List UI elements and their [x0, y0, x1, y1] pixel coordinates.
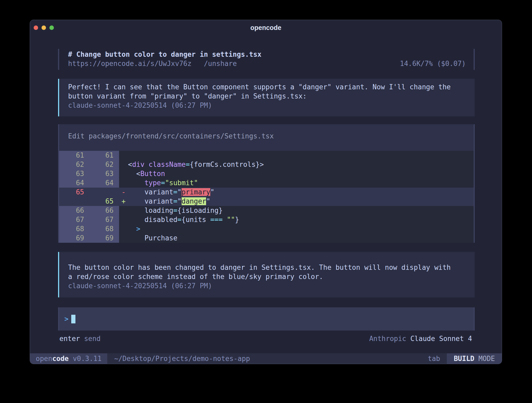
- key-action: send: [80, 335, 100, 343]
- diff-old-line-number: 65: [59, 188, 84, 197]
- diff-code-line: <Button: [128, 169, 474, 178]
- gutter-spacer: [114, 197, 119, 206]
- diff-code-line: disabled={units === ""}: [128, 215, 474, 224]
- diff-code-line: >: [128, 224, 474, 234]
- hint-bar: enter send Anthropic Claude Sonnet 4: [58, 334, 475, 343]
- diff-new-line-number: 65: [84, 197, 114, 206]
- gap: [192, 59, 204, 68]
- diff-new-line-number: 64: [84, 178, 114, 188]
- diff-row: 6969 Purchase: [59, 234, 474, 243]
- message-text-line: a red/rose color scheme instead of the b…: [68, 272, 467, 281]
- window-title: opencode: [30, 24, 502, 32]
- session-title: # Change button color to danger in setti…: [68, 50, 466, 59]
- diff-marker: [119, 224, 128, 234]
- diff-code-line: Purchase: [128, 234, 474, 243]
- message-text-line: button variant from "primary" to "danger…: [68, 92, 467, 101]
- gutter-spacer: [114, 151, 119, 160]
- gutter-spacer: [114, 188, 119, 197]
- diff-new-line-number: 67: [84, 215, 114, 224]
- diff-marker: [119, 206, 128, 215]
- token-stats: 14.6K/7% ($0.07): [400, 59, 466, 68]
- edit-action-label: Edit: [68, 132, 89, 140]
- diff-old-line-number: [59, 197, 84, 206]
- edit-tool-block: Edit packages/frontend/src/containers/Se…: [58, 124, 475, 243]
- assistant-message-1: Perfect! I can see that the Button compo…: [58, 79, 475, 116]
- edit-file-path: packages/frontend/src/containers/Setting…: [89, 132, 274, 140]
- app-version: v0.3.11: [69, 353, 101, 364]
- diff-marker: +: [119, 197, 128, 206]
- diff-new-line-number: [84, 188, 114, 197]
- gutter-spacer: [114, 224, 119, 234]
- diff-old-line-number: 64: [59, 178, 84, 188]
- message-text-line: The button color has been changed to dan…: [68, 263, 467, 272]
- diff-marker: [119, 151, 128, 160]
- provider-name: Anthropic: [369, 335, 411, 343]
- main-content: # Change button color to danger in setti…: [30, 35, 502, 364]
- message-model-meta: claude-sonnet-4-20250514 (06:27 PM): [68, 281, 467, 291]
- app-name-prefix: open: [36, 353, 52, 364]
- tab-hint[interactable]: tab: [428, 353, 440, 364]
- diff-code-line: [128, 151, 474, 160]
- diff-row: 6262<div className={formCs.controls}>: [59, 160, 474, 169]
- diff-new-line-number: 69: [84, 234, 114, 243]
- diff-row: 65- variant="primary": [59, 188, 474, 197]
- share-url[interactable]: https://opencode.ai/s/UwJxv76z: [68, 59, 192, 68]
- assistant-message-2: The button color has been changed to dan…: [58, 252, 475, 297]
- diff-code-line: loading={isLoading}: [128, 206, 474, 215]
- prompt-input[interactable]: >: [58, 307, 475, 330]
- spacer: [237, 59, 400, 68]
- diff-new-line-number: 62: [84, 160, 114, 169]
- mode-secondary: MODE: [474, 353, 495, 364]
- diff-row: 65+ variant="danger": [59, 197, 474, 206]
- model-indicator: Anthropic Claude Sonnet 4: [369, 334, 472, 343]
- message-model-meta: claude-sonnet-4-20250514 (06:27 PM): [68, 101, 467, 110]
- diff-row: 6161: [59, 151, 474, 160]
- unshare-command[interactable]: /unshare: [204, 59, 237, 68]
- diff-old-line-number: 67: [59, 215, 84, 224]
- mode-primary: BUILD: [454, 353, 474, 364]
- diff-code-line: <div className={formCs.controls}>: [128, 160, 474, 169]
- diff-code-line: type="submit": [128, 178, 474, 188]
- gutter-spacer: [114, 215, 119, 224]
- diff-new-line-number: 61: [84, 151, 114, 160]
- app-version-chip: opencode v0.3.11: [30, 353, 107, 364]
- app-name-bold: code: [52, 353, 69, 364]
- diff-new-line-number: 66: [84, 206, 114, 215]
- diff-old-line-number: 66: [59, 206, 84, 215]
- working-directory: ~/Desktop/Projects/demo-notes-app: [114, 353, 250, 364]
- diff-new-line-number: 68: [84, 224, 114, 234]
- diff-row: 6868 >: [59, 224, 474, 234]
- model-name: Claude Sonnet 4: [410, 335, 472, 343]
- edit-tool-header: Edit packages/frontend/src/containers/Se…: [68, 132, 474, 141]
- status-bar: opencode v0.3.11 ~/Desktop/Projects/demo…: [30, 353, 502, 364]
- diff-new-line-number: 63: [84, 169, 114, 178]
- titlebar: opencode: [30, 20, 502, 35]
- diff-row: 6363 <Button: [59, 169, 474, 178]
- gutter-spacer: [114, 178, 119, 188]
- key-label: enter: [59, 335, 80, 343]
- diff-marker: [119, 169, 128, 178]
- diff-old-line-number: 62: [59, 160, 84, 169]
- diff-old-line-number: 68: [59, 224, 84, 234]
- diff-row: 6464 type="submit": [59, 178, 474, 188]
- prompt-chevron: >: [64, 315, 69, 323]
- diff-code-line: variant="primary": [128, 188, 474, 197]
- gutter-spacer: [114, 234, 119, 243]
- mode-chip: BUILD MODE: [447, 353, 502, 364]
- diff-marker: -: [119, 188, 128, 197]
- diff-old-line-number: 61: [59, 151, 84, 160]
- text-cursor: [71, 315, 75, 323]
- diff-code-line: variant="danger": [128, 197, 474, 206]
- diff-marker: [119, 178, 128, 188]
- diff-marker: [119, 160, 128, 169]
- diff-old-line-number: 69: [59, 234, 84, 243]
- diff-marker: [119, 234, 128, 243]
- send-hint: enter send: [59, 334, 101, 343]
- diff-marker: [119, 215, 128, 224]
- diff-row: 6767 disabled={units === ""}: [59, 215, 474, 224]
- gutter-spacer: [114, 206, 119, 215]
- app-window: opencode # Change button color to danger…: [30, 20, 502, 364]
- message-text-line: Perfect! I can see that the Button compo…: [68, 82, 467, 92]
- gutter-spacer: [114, 169, 119, 178]
- gutter-spacer: [114, 160, 119, 169]
